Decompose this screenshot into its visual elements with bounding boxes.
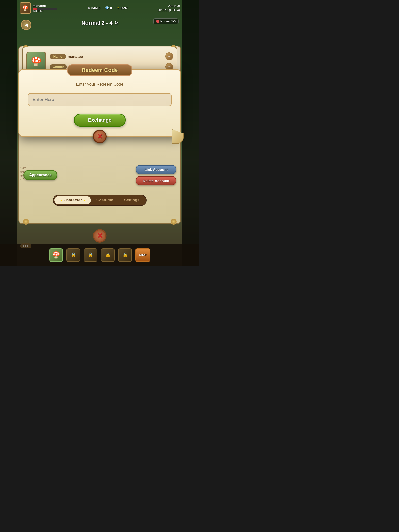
player-avatar: 🍄 [20, 2, 31, 14]
dots-button[interactable] [20, 243, 31, 248]
modal-close-icon: ✕ [97, 133, 103, 141]
hp-bar [33, 8, 57, 10]
date-display: 2024/3/9 [158, 4, 180, 8]
stage-name: Normal 2 - 4 [82, 20, 113, 26]
tab-costume[interactable]: Costume [91, 196, 118, 204]
left-overlay [0, 0, 17, 266]
skill-bar: 🍄 🔒 🔒 🔒 🔒 SHOP [0, 244, 200, 266]
settings-tabs: ✦ Character ✦ Costume Settings [18, 195, 181, 206]
gem-icon: 💎 [105, 6, 109, 10]
sword-amount: 34619 [91, 6, 100, 10]
info-line3: tota [20, 174, 48, 178]
adjacent-stage-badge: Normal 1-5 [153, 18, 179, 24]
skill-icon-1: 🍄 [52, 251, 60, 259]
hud-top-bar: 🍄 manatee 178/1550 ⚔ 34619 💎 0 ✦ 2597 20… [0, 0, 200, 16]
skill-slot-3[interactable]: 🔒 [84, 248, 97, 262]
close-bottom-icon: ✕ [97, 232, 103, 240]
gem-currency: 💎 0 [105, 6, 112, 10]
info-line1: Com [20, 166, 48, 170]
gender-label: Gender [50, 64, 67, 69]
modal-title-bar: Redeem Code [67, 64, 132, 76]
corner-deco-br [171, 219, 177, 225]
info-line4: (15/ [20, 178, 48, 181]
link-account-button[interactable]: Link Account [136, 165, 176, 174]
name-field: Name manatee ✏ [50, 52, 173, 60]
sword-icon: ⚔ [87, 6, 90, 10]
name-label: Name [50, 54, 66, 59]
modal-subtitle: Enter your Redeem Code [28, 82, 172, 87]
close-bottom-button[interactable]: ✕ [93, 229, 107, 243]
info-panel-partial: Com skill tota (15/ [19, 165, 49, 183]
tab-star-left: ✦ [60, 199, 62, 202]
coin-currency: ✦ 2597 [117, 6, 128, 10]
lock-icon-3: 🔒 [88, 252, 93, 258]
coin-icon: ✦ [117, 6, 119, 10]
lock-icon-2: 🔒 [71, 252, 76, 258]
time-display: 20:36:05(UTC-4) [158, 8, 180, 12]
dashed-divider [100, 164, 100, 188]
name-value: manatee [68, 54, 83, 59]
gem-amount: 0 [110, 6, 112, 10]
corner-deco-bl [23, 219, 29, 225]
hp-bar-fill [33, 8, 37, 10]
lock-icon-5: 🔒 [122, 252, 128, 258]
currency-bar: ⚔ 34619 💎 0 ✦ 2597 [87, 6, 128, 10]
player-info: 🍄 manatee 178/1550 [20, 2, 57, 14]
right-overlay [182, 0, 200, 266]
tab-star-right: ✦ [83, 199, 85, 202]
skill-slot-5[interactable]: 🔒 [118, 248, 132, 262]
exchange-button[interactable]: Exchange [74, 114, 126, 127]
sword-currency: ⚔ 34619 [87, 6, 100, 10]
stage-dot [156, 20, 159, 23]
tab-settings[interactable]: Settings [118, 196, 145, 204]
name-edit-button[interactable]: ✏ [165, 52, 173, 60]
skill-slot-4[interactable]: 🔒 [101, 248, 115, 262]
redeem-code-input[interactable] [28, 93, 172, 106]
skill-slot-2[interactable]: 🔒 [66, 248, 80, 262]
datetime-display: 2024/3/9 20:36:05(UTC-4) [158, 4, 180, 12]
shop-label: SHOP [139, 254, 146, 256]
redeem-modal: Redeem Code Enter your Redeem Code Excha… [18, 69, 181, 137]
tabs-container: ✦ Character ✦ Costume Settings [53, 195, 146, 206]
skill-slot-1[interactable]: 🍄 [49, 248, 63, 262]
stage-label: Normal 2 - 4 ↻ [82, 20, 118, 26]
coin-amount: 2597 [120, 6, 128, 10]
account-buttons: Link Account Delete Account [136, 165, 176, 185]
back-button[interactable]: ◀ [21, 20, 31, 30]
tab-character[interactable]: ✦ Character ✦ [54, 196, 91, 204]
player-name: manatee [33, 4, 57, 8]
modal-title: Redeem Code [82, 67, 118, 73]
modal-close-button[interactable]: ✕ [93, 130, 107, 143]
refresh-icon: ↻ [114, 20, 118, 26]
hp-text: 178/1550 [33, 10, 57, 12]
info-line2: skill [20, 170, 48, 174]
lock-icon-4: 🔒 [105, 252, 111, 258]
adjacent-stage-name: Normal 1-5 [160, 20, 176, 23]
delete-account-button[interactable]: Delete Account [136, 176, 176, 185]
shop-button[interactable]: SHOP [135, 248, 150, 262]
character-avatar: 🍄 [26, 52, 46, 71]
